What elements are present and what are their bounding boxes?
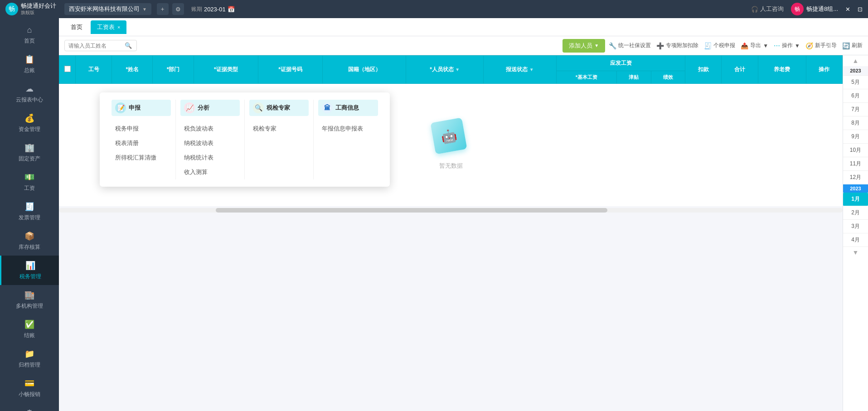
- th-payable: 应发工资: [556, 56, 685, 71]
- cal-month-6[interactable]: 6月: [843, 89, 868, 103]
- search-wrap[interactable]: 🔍: [64, 40, 137, 51]
- sidebar-item-asset[interactable]: 🏢 固定资产: [0, 138, 59, 167]
- cal-month-4[interactable]: 4月: [843, 233, 868, 247]
- th-nationality: 国籍（地区）: [323, 56, 406, 84]
- search-input[interactable]: [68, 43, 123, 49]
- tax-return-label: 个税申报: [713, 42, 735, 49]
- app-name: 畅捷通好会计: [21, 2, 56, 10]
- menu-item-annual-report[interactable]: 年报信息申报表: [318, 121, 378, 136]
- calendar-icon[interactable]: 📅: [228, 6, 235, 13]
- scrollbar-thumb[interactable]: [216, 208, 608, 213]
- content-area: 首页 工资表 × 🔍 添加人员 ▼ 🔧 统一社保设置: [59, 18, 868, 411]
- select-all-checkbox[interactable]: [64, 66, 71, 72]
- horizontal-scrollbar[interactable]: [59, 208, 843, 213]
- add-person-button[interactable]: 添加人员 ▼: [563, 39, 605, 53]
- refresh-button[interactable]: 🔄 刷新: [842, 42, 863, 49]
- sidebar-item-close[interactable]: ✅ 结账: [0, 314, 59, 344]
- app-sub: 旗舰版: [21, 10, 56, 16]
- tab-salary[interactable]: 工资表 ×: [91, 20, 126, 34]
- calendar-nav-down[interactable]: ▼: [843, 247, 868, 258]
- tab-close-icon[interactable]: ×: [117, 24, 120, 30]
- menu-item-tax-expert[interactable]: 税检专家: [249, 121, 309, 136]
- special-deduction-button[interactable]: ➕ 专项附加扣除: [656, 42, 698, 49]
- th-name: *姓名: [112, 56, 153, 84]
- th-pension: 养老费: [758, 56, 806, 84]
- sidebar-item-multi-label: 多机构管理: [16, 302, 43, 310]
- menu-item-tax-burden[interactable]: 税负波动表: [180, 121, 240, 136]
- search-icon[interactable]: 🔍: [125, 42, 132, 49]
- logo-area: 畅 畅捷通好会计 旗舰版: [5, 2, 64, 16]
- export-button[interactable]: 📤 导出 ▼: [741, 42, 768, 49]
- sidebar-item-ledger[interactable]: 📋 总账: [0, 49, 59, 79]
- cal-month-7[interactable]: 7月: [843, 103, 868, 116]
- sidebar-item-archive[interactable]: 📁 归档管理: [0, 344, 59, 373]
- social-insurance-label: 统一社保设置: [618, 42, 651, 49]
- sidebar-item-salary[interactable]: 💵 工资: [0, 167, 59, 197]
- tax-return-icon: 🧾: [704, 42, 712, 49]
- empty-text: 暂无数据: [439, 162, 463, 170]
- menu-item-income-tax[interactable]: 所得税汇算清缴: [112, 150, 171, 165]
- sidebar-item-fund[interactable]: 💰 资金管理: [0, 108, 59, 138]
- cal-month-11[interactable]: 11月: [843, 157, 868, 171]
- menu-col-header-fenXi: 📈 分析: [180, 100, 240, 116]
- invoice-icon: 🧾: [24, 201, 35, 212]
- cal-month-10[interactable]: 10月: [843, 144, 868, 157]
- menu-item-tax-list[interactable]: 税表清册: [112, 136, 171, 150]
- cal-month-2[interactable]: 2月: [843, 206, 868, 220]
- sidebar-item-tax[interactable]: 📊 税务管理: [0, 256, 59, 285]
- cloud-icon: ☁: [24, 83, 35, 94]
- sidebar-item-multi[interactable]: 🏬 多机构管理: [0, 285, 59, 314]
- cal-month-8[interactable]: 8月: [843, 116, 868, 130]
- cal-month-12[interactable]: 12月: [843, 171, 868, 184]
- empty-icon: 🤖: [433, 120, 469, 156]
- th-status: *人员状态 ▼: [406, 56, 484, 84]
- dropdown-menu: 📝 申报 税务申报 税表清册 所得税汇算清缴 📈 分析 税负波动表: [100, 92, 390, 187]
- sidebar-item-expense-label: 小畅报销: [19, 391, 40, 398]
- user-button[interactable]: 畅 畅捷通8组...: [791, 3, 838, 15]
- shuiJian-title: 税检专家: [267, 104, 290, 112]
- th-checkbox[interactable]: [59, 56, 76, 84]
- sidebar-item-expense[interactable]: 💳 小畅报销: [0, 373, 59, 403]
- menu-item-tax-return[interactable]: 税务申报: [112, 121, 171, 136]
- operation-button[interactable]: ⋯ 操作 ▼: [774, 42, 800, 49]
- maximize-icon[interactable]: ⊡: [858, 6, 863, 13]
- sidebar-item-home[interactable]: ⌂ 首页: [0, 20, 59, 49]
- help-button[interactable]: 🎧 人工咨询: [751, 5, 784, 13]
- close-icon[interactable]: ✕: [845, 6, 850, 13]
- settings-icon[interactable]: ⚙: [172, 3, 184, 15]
- shenBao-title: 申报: [129, 104, 141, 112]
- sidebar-item-inventory[interactable]: 📦 库存核算: [0, 226, 59, 256]
- sidebar-item-cloud[interactable]: ☁ 云报表中心: [0, 79, 59, 108]
- sidebar-item-ledger-label: 总账: [24, 67, 35, 74]
- guide-button[interactable]: 🧭 新手引导: [805, 42, 837, 49]
- menu-col-header-shenBao: 📝 申报: [112, 100, 171, 116]
- company-selector[interactable]: 西安虾米网络科技有限公司 ▼: [64, 3, 151, 15]
- social-insurance-button[interactable]: 🔧 统一社保设置: [609, 42, 651, 49]
- cal-month-5[interactable]: 5月: [843, 76, 868, 89]
- tax-return-button[interactable]: 🧾 个税申报: [704, 42, 735, 49]
- cal-year-2024-label: 2023: [843, 184, 868, 193]
- menu-item-income-est[interactable]: 收入测算: [180, 165, 240, 179]
- sidebar-item-fund-label: 资金管理: [19, 126, 40, 133]
- status-filter-icon[interactable]: ▼: [455, 67, 460, 72]
- toolbar-actions: 🔧 统一社保设置 ➕ 专项附加扣除 🧾 个税申报 📤 导出 ▼ ⋯: [609, 42, 863, 49]
- tab-home[interactable]: 首页: [64, 20, 89, 34]
- home-icon: ⌂: [24, 24, 35, 35]
- cal-month-1-active[interactable]: 1月: [843, 193, 868, 206]
- guide-toolbar-icon: 🧭: [805, 42, 813, 49]
- calendar-nav-up[interactable]: ▲: [843, 55, 868, 66]
- fund-icon: 💰: [24, 113, 35, 124]
- menu-item-tax-change[interactable]: 纳税波动表: [180, 136, 240, 150]
- menu-col-header-shuiJian: 🔍 税检专家: [249, 100, 309, 116]
- report-filter-icon[interactable]: ▼: [529, 67, 534, 72]
- company-name: 西安虾米网络科技有限公司: [69, 5, 140, 13]
- cal-month-3[interactable]: 3月: [843, 220, 868, 233]
- add-button[interactable]: ＋: [157, 3, 169, 15]
- cal-month-9[interactable]: 9月: [843, 130, 868, 144]
- calendar-panel: ▲ 2023 5月 6月 7月 8月 9月 10月 11月 12月 2023 1…: [843, 55, 868, 411]
- sidebar-item-invoice[interactable]: 🧾 发票管理: [0, 197, 59, 226]
- sidebar-item-settings[interactable]: ⚙ 基础设置: [0, 403, 59, 411]
- menu-item-tax-stat[interactable]: 纳税统计表: [180, 150, 240, 165]
- th-allowance: 津贴: [616, 71, 651, 84]
- special-deduction-icon: ➕: [656, 42, 664, 49]
